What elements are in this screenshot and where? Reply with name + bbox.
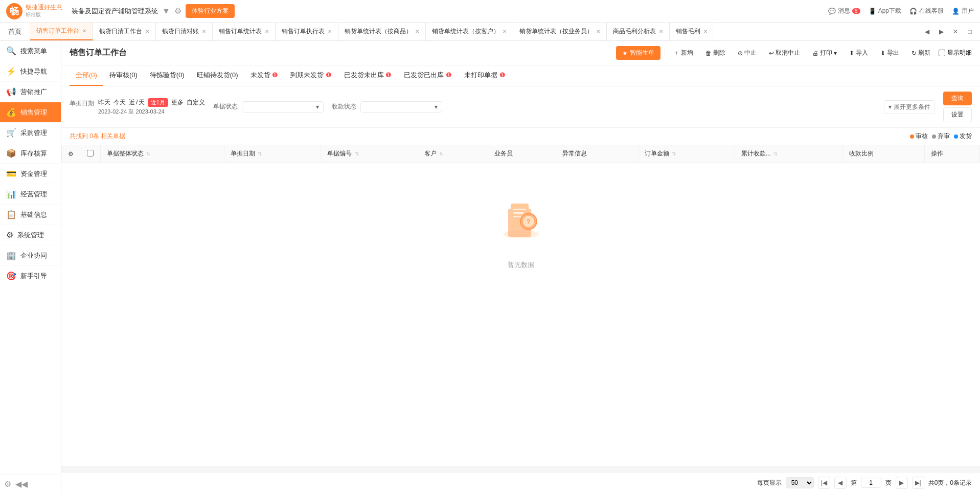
th-number[interactable]: 单据编号 ⇅ xyxy=(321,145,418,163)
filter-tab-overdue-unshipped[interactable]: 到期未发货 ❶ xyxy=(284,65,338,86)
sidebar-item-inventory[interactable]: 📦 库存核算 xyxy=(0,143,61,164)
sidebar-item-marketing[interactable]: 📢 营销推广 xyxy=(0,82,61,102)
select-all-checkbox[interactable] xyxy=(87,150,94,156)
status-select[interactable]: ▾ xyxy=(242,101,324,113)
message-item[interactable]: 💬 消息 6 xyxy=(828,7,860,15)
payment-select[interactable]: ▾ xyxy=(360,101,442,113)
date-opt-1month[interactable]: 近1月 xyxy=(148,98,168,107)
tab-sales-by-product[interactable]: 销货单统计表（按商品） ✕ xyxy=(338,23,426,40)
tab-close-icon[interactable]: ✕ xyxy=(265,29,269,34)
date-opt-7days[interactable]: 近7天 xyxy=(129,98,145,107)
online-service-item[interactable]: 🎧 在线客服 xyxy=(909,7,944,15)
tab-sales-order-workbench[interactable]: 销售订单工作台 ✕ xyxy=(30,23,93,40)
smart-create-btn[interactable]: ★ 智能生单 xyxy=(616,46,660,60)
sidebar-item-basic-info[interactable]: 📋 基础信息 xyxy=(0,205,61,225)
sidebar-search-label: 搜索菜单 xyxy=(20,47,47,56)
tab-sales-order-exec[interactable]: 销售订单执行表 ✕ xyxy=(276,23,338,40)
refresh-btn[interactable]: ↻ 刷新 xyxy=(907,47,935,59)
th-date[interactable]: 单据日期 ⇅ xyxy=(224,145,321,163)
set-btn[interactable]: 设置 xyxy=(943,107,972,122)
print-btn[interactable]: 🖨 打印 ▾ xyxy=(808,47,841,59)
date-opt-today[interactable]: 今天 xyxy=(113,98,126,107)
sidebar-item-system[interactable]: ⚙ 系统管理 xyxy=(0,225,61,245)
per-page-select[interactable]: 50 100 200 xyxy=(786,477,814,488)
delete-btn[interactable]: 🗑 删除 xyxy=(701,47,730,59)
stop-btn[interactable]: ⊘ 中止 xyxy=(734,47,761,59)
tab-close-icon[interactable]: ✕ xyxy=(415,29,419,34)
tab-close-icon[interactable]: ✕ xyxy=(703,29,708,34)
tab-close-icon[interactable]: ✕ xyxy=(82,28,86,34)
filter-tab-shipped-not-out[interactable]: 已发货未出库 ❶ xyxy=(338,65,398,86)
sidebar-item-quicknav[interactable]: ⚡ 快捷导航 xyxy=(0,61,61,82)
cancel-stop-btn[interactable]: ↩ 取消中止 xyxy=(765,47,804,59)
tab-close-icon[interactable]: ✕ xyxy=(145,29,149,34)
tab-scroll-left[interactable]: ◀ xyxy=(921,26,933,38)
sidebar-settings-icon[interactable]: ⚙ xyxy=(4,479,11,489)
th-customer[interactable]: 客户 ⇅ xyxy=(418,145,488,163)
tab-sales-gross-profit[interactable]: 销售毛利 ✕ xyxy=(670,23,714,40)
sidebar-item-cooperation[interactable]: 🏢 企业协同 xyxy=(0,245,61,266)
page-number-input[interactable] xyxy=(861,478,881,488)
filter-tab-pending-check[interactable]: 待拣验货(0) xyxy=(144,65,191,86)
horizontal-scroll[interactable] xyxy=(61,466,980,472)
sidebar-collapse-icon[interactable]: ◀◀ xyxy=(15,479,28,489)
tab-close-icon[interactable]: ✕ xyxy=(503,29,507,34)
filter-tab-shipped-out[interactable]: 已发货已出库 ❶ xyxy=(398,65,458,86)
th-settings[interactable]: ⚙ xyxy=(62,145,80,163)
query-btn[interactable]: 查询 xyxy=(943,92,972,105)
tab-close-all[interactable]: ✕ xyxy=(949,26,962,38)
next-page-btn[interactable]: ▶ xyxy=(896,477,908,489)
sidebar-item-purchase[interactable]: 🛒 采购管理 xyxy=(0,123,61,143)
audit-action-btn[interactable]: 审核 xyxy=(910,132,928,141)
app-download-item[interactable]: 📱 App下载 xyxy=(869,7,901,15)
empty-text: 暂无数据 xyxy=(508,260,534,270)
filter-tab-unprinted[interactable]: 未打印单据 ❶ xyxy=(458,65,512,86)
last-page-btn[interactable]: ▶| xyxy=(912,477,924,489)
sidebar-item-finance[interactable]: 💳 资金管理 xyxy=(0,164,61,184)
settings-icon[interactable]: ▼ xyxy=(162,7,170,16)
revoke-action-btn[interactable]: 弃审 xyxy=(932,132,950,141)
filter-tab-unshipped[interactable]: 未发货 ❶ xyxy=(244,65,285,86)
tab-maximize[interactable]: □ xyxy=(964,26,976,38)
gear-icon[interactable]: ⚙ xyxy=(174,6,181,16)
th-cumulative[interactable]: 累计收款... ⇅ xyxy=(735,145,842,163)
trial-btn[interactable]: 体验行业方案 xyxy=(186,4,235,18)
user-item[interactable]: 👤 用户 xyxy=(952,7,974,15)
sidebar-item-search[interactable]: 🔍 搜索菜单 xyxy=(0,41,61,61)
add-btn[interactable]: ＋ 新增 xyxy=(669,47,697,59)
tab-daily-reconcile[interactable]: 钱货日清对账 ✕ xyxy=(156,23,213,40)
import-btn[interactable]: ⬆ 导入 xyxy=(845,47,872,59)
prev-page-btn[interactable]: ◀ xyxy=(834,477,847,489)
show-detail-label[interactable]: 显示明细 xyxy=(939,49,972,57)
pagination-bar: 每页显示 50 100 200 |◀ ◀ 第 页 ▶ ▶| 共0页，0条记录 xyxy=(61,472,980,493)
tab-daily-clear-workbench[interactable]: 钱货日清工作台 ✕ xyxy=(93,23,156,40)
tab-sales-by-customer[interactable]: 销货单统计表（按客户） ✕ xyxy=(426,23,513,40)
tab-gross-profit-analysis[interactable]: 商品毛利分析表 ✕ xyxy=(607,23,670,40)
import-label: 导入 xyxy=(856,49,868,57)
show-detail-checkbox[interactable] xyxy=(939,50,945,56)
th-amount[interactable]: 订单金额 ⇅ xyxy=(638,145,735,163)
filter-tab-wangpu-ship[interactable]: 旺铺待发货(0) xyxy=(191,65,244,86)
tab-sales-by-staff[interactable]: 销货单统计表（按业务员） ✕ xyxy=(513,23,607,40)
th-checkbox[interactable] xyxy=(80,145,101,163)
tab-scroll-right[interactable]: ▶ xyxy=(935,26,947,38)
date-opt-yesterday[interactable]: 昨天 xyxy=(98,98,110,107)
tab-close-icon[interactable]: ✕ xyxy=(202,29,206,34)
tab-close-icon[interactable]: ✕ xyxy=(659,29,663,34)
date-opt-custom[interactable]: 自定义 xyxy=(187,98,205,107)
sidebar-item-guide[interactable]: 🎯 新手引导 xyxy=(0,266,61,286)
tab-close-icon[interactable]: ✕ xyxy=(328,29,332,34)
date-opt-more[interactable]: 更多 xyxy=(171,98,184,107)
first-page-btn[interactable]: |◀ xyxy=(818,477,830,489)
sidebar-item-sales[interactable]: 💰 销售管理 xyxy=(0,102,61,123)
sidebar-item-operations[interactable]: 📊 经营管理 xyxy=(0,184,61,205)
tab-close-icon[interactable]: ✕ xyxy=(596,29,600,34)
filter-tab-pending-audit[interactable]: 待审核(0) xyxy=(103,65,144,86)
tab-sales-order-stats[interactable]: 销售订单统计表 ✕ xyxy=(213,23,276,40)
filter-tab-all[interactable]: 全部(0) xyxy=(70,65,103,86)
tab-home[interactable]: 首页 xyxy=(0,23,30,40)
ship-action-btn[interactable]: 发货 xyxy=(954,132,972,141)
expand-conditions-btn[interactable]: ▾ 展开更多条件 xyxy=(884,100,935,114)
th-staff[interactable]: 业务员 xyxy=(488,145,556,163)
export-btn[interactable]: ⬇ 导出 xyxy=(876,47,903,59)
